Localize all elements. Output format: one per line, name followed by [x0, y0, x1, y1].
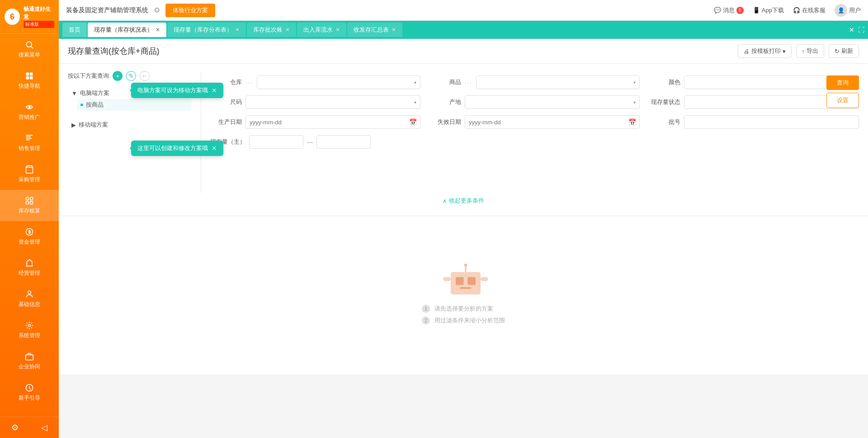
sidebar-settings-button[interactable]: ⚙	[11, 423, 19, 433]
scheme-tooltip-2: 这里可以创建和修改方案哦 ✕	[131, 141, 223, 156]
expiry-date-input[interactable]	[465, 115, 640, 129]
svg-rect-23	[443, 277, 451, 281]
warehouse-select-arrow: ▾	[414, 80, 416, 85]
tab-close-collect-summary[interactable]: ✕	[392, 27, 396, 33]
scheme-item-by-product[interactable]: 按商品	[77, 99, 192, 111]
sidebar-footer: ⚙ ◁	[0, 417, 59, 438]
svg-rect-17	[451, 272, 481, 295]
svg-rect-18	[456, 277, 464, 285]
empty-icon	[441, 252, 486, 297]
stock-qty-min-input[interactable]	[249, 135, 303, 149]
filter-grid-row1: 仓库 ··· ▾ 商品 ··· ▾	[210, 75, 859, 89]
tooltip2-close-button[interactable]: ✕	[212, 145, 217, 152]
sidebar-item-system[interactable]: 系统管理	[0, 315, 59, 346]
sidebar-item-enterprise[interactable]: 企业协同	[0, 346, 59, 377]
svg-rect-15	[26, 355, 33, 360]
origin-select-arrow: ▾	[633, 100, 636, 105]
edit-scheme-button[interactable]: ✎	[126, 71, 136, 81]
sidebar-item-guide[interactable]: 新手引导	[0, 377, 59, 408]
svg-point-14	[28, 325, 31, 327]
tab-collect-summary[interactable]: 收发存汇总表 ✕	[347, 23, 402, 37]
tab-close-inventory-status[interactable]: ✕	[156, 27, 160, 33]
filter-row-product: 商品 ··· ▾	[429, 75, 640, 89]
collapse-more-button[interactable]: ∧ 收起更多条件	[68, 193, 859, 208]
sidebar-item-purchase[interactable]: 采购管理	[0, 159, 59, 190]
stock-qty-max-input[interactable]	[316, 135, 371, 149]
filter-section: 按以下方案查询 + ✎ ← ▼ 电脑端方案	[59, 64, 868, 216]
sidebar-item-inventory[interactable]: 库存核算	[0, 190, 59, 221]
template-print-button[interactable]: 🖨 按模板打印 ▾	[738, 44, 792, 58]
page-actions: 🖨 按模板打印 ▾ ↑ 导出 ↻ 刷新	[738, 44, 859, 58]
warehouse-select[interactable]: ▾	[257, 75, 420, 89]
page-header: 现存量查询(按仓库+商品) 🖨 按模板打印 ▾ ↑ 导出 ↻ 刷新	[59, 39, 868, 64]
user-avatar: 👤	[835, 4, 847, 17]
tab-inventory-status[interactable]: 现存量（库存状况表） ✕	[88, 23, 166, 37]
sidebar-navigation: 搜索菜单 快捷导航 营销推广 销售管理 采购管理 库存核算 资金管理 经营管理	[0, 34, 59, 417]
svg-point-13	[28, 291, 31, 294]
mobile-scheme-header[interactable]: ▶ 移动端方案	[68, 119, 192, 131]
svg-rect-3	[30, 73, 33, 76]
filter-row-batch-no: 批号	[649, 115, 859, 129]
tab-in-out-flow[interactable]: 出入库流水 ✕	[297, 23, 346, 37]
batch-no-input[interactable]	[684, 115, 859, 129]
origin-select[interactable]: ▾	[465, 95, 640, 109]
sidebar-item-quick-nav[interactable]: 快捷导航	[0, 65, 59, 96]
tab-close-batch-ledger[interactable]: ✕	[285, 27, 290, 33]
sidebar-item-marketing[interactable]: 营销推广	[0, 96, 59, 127]
sidebar-collapse-button[interactable]: ◁	[41, 423, 47, 433]
filter-row-production-date: 生产日期 📅	[210, 115, 420, 129]
svg-rect-8	[26, 198, 29, 200]
message-button[interactable]: 💬 消息 6	[714, 6, 744, 14]
svg-rect-4	[26, 76, 29, 80]
app-download-button[interactable]: 📱 App下载	[753, 6, 784, 14]
sidebar-item-operations[interactable]: 经营管理	[0, 252, 59, 283]
sidebar-item-sales[interactable]: 销售管理	[0, 127, 59, 159]
online-support-button[interactable]: 🎧 在线客服	[793, 6, 826, 14]
size-select[interactable]: ▾	[245, 95, 420, 109]
tooltip1-close-button[interactable]: ✕	[212, 87, 217, 94]
add-scheme-button[interactable]: +	[113, 71, 123, 81]
tab-close-all-icon[interactable]: ✕	[849, 26, 854, 33]
svg-rect-19	[467, 277, 476, 285]
filter-row-stock-qty: 现存量（主） —	[210, 135, 859, 149]
expiry-date-calendar-icon: 📅	[628, 118, 636, 126]
sidebar-item-basic-info[interactable]: 基础信息	[0, 283, 59, 315]
filter-row-size: 尺码 ▾	[210, 95, 420, 109]
svg-rect-10	[26, 202, 29, 204]
mobile-scheme-group: ▶ 移动端方案	[68, 119, 192, 131]
tab-batch-ledger[interactable]: 库存批次账 ✕	[247, 23, 296, 37]
tab-home[interactable]: 首页	[62, 23, 87, 37]
svg-point-22	[464, 264, 467, 267]
export-button[interactable]: ↑ 导出	[796, 44, 825, 58]
dropdown-arrow-icon: ▾	[783, 48, 786, 55]
tab-end-actions: ✕ ⛶	[849, 26, 864, 33]
desktop-scheme-list: 按商品	[68, 99, 192, 115]
query-button[interactable]: 查询	[826, 75, 859, 90]
back-scheme-button[interactable]: ←	[140, 71, 150, 81]
tab-maximize-icon[interactable]: ⛶	[858, 26, 864, 33]
settings-icon[interactable]: ⚙	[154, 6, 160, 14]
product-dots: ···	[465, 79, 472, 86]
empty-state: 1 请先选择要分析的方案 2 用过滤条件来缩小分析范围	[59, 216, 868, 361]
sidebar-item-finance[interactable]: 资金管理	[0, 221, 59, 252]
production-date-input[interactable]	[245, 115, 420, 129]
tab-inventory-distribution[interactable]: 现存量（库存分布表） ✕	[167, 23, 246, 37]
content-area: 按以下方案查询 + ✎ ← ▼ 电脑端方案	[59, 64, 868, 438]
expiry-date-wrap: 📅	[465, 115, 640, 129]
refresh-button[interactable]: ↻ 刷新	[829, 44, 859, 58]
experience-button[interactable]: 体验行业方案	[165, 4, 215, 17]
production-date-wrap: 📅	[245, 115, 420, 129]
reset-button[interactable]: 设置	[826, 93, 859, 108]
tab-close-in-out-flow[interactable]: ✕	[335, 27, 340, 33]
sidebar-logo-text: 畅通道好生意 标准版	[24, 5, 54, 28]
svg-line-1	[31, 47, 33, 49]
warehouse-dots: ···	[245, 79, 253, 86]
user-menu-button[interactable]: 👤 用户	[835, 4, 861, 17]
collapse-up-icon: ∧	[443, 198, 447, 204]
main-container: 装备及固定资产辅助管理系统 ⚙ 体验行业方案 💬 消息 6 📱 App下载 🎧 …	[59, 0, 868, 438]
product-select[interactable]: ▾	[476, 75, 640, 89]
sidebar-item-search-menu[interactable]: 搜索菜单	[0, 34, 59, 65]
sidebar-logo-icon: 6	[5, 9, 20, 25]
tab-close-inventory-distribution[interactable]: ✕	[235, 27, 240, 33]
message-icon: 💬	[714, 7, 721, 14]
